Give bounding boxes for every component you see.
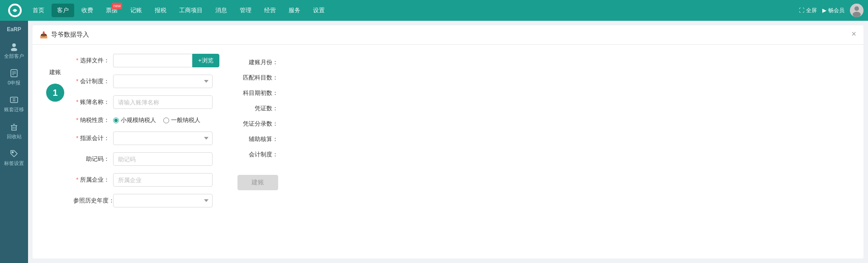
nav-item-tax[interactable]: 报税 xyxy=(149,4,172,17)
initial-amount-row: 科目期初数： xyxy=(237,89,328,97)
nav-item-operation[interactable]: 经营 xyxy=(259,4,281,17)
earp-logo-text: EaRP xyxy=(7,24,21,34)
voucher-entries-label: 凭证分录数： xyxy=(237,120,278,128)
accounting-system-select[interactable] xyxy=(113,75,213,88)
tax-type-row: 纳税性质： 小规模纳税人 一般纳税人 xyxy=(73,116,219,124)
right-accounting-system-row: 会计制度： xyxy=(237,150,328,159)
initial-amount-label: 科目期初数： xyxy=(237,89,278,97)
history-year-select[interactable] xyxy=(113,194,213,207)
sidebar-label-recycle: 回收站 xyxy=(7,134,22,140)
radio-small-tax-label: 小规模纳税人 xyxy=(121,116,156,124)
auxiliary-label: 辅助核算： xyxy=(237,135,278,143)
tag-icon xyxy=(9,149,19,159)
build-month-row: 建账月份： xyxy=(237,58,328,66)
form-right: 建账月份： 匹配科目数： 科目期初数： 凭证数： xyxy=(237,54,328,207)
browse-button[interactable]: +浏览 xyxy=(192,54,219,67)
sidebar-item-all-clients[interactable]: 全部客户 xyxy=(0,38,28,63)
company-input[interactable] xyxy=(113,173,213,187)
sidebar: EaRP 全部客户 0申报 xyxy=(0,21,28,263)
right-accounting-system-label: 会计制度： xyxy=(237,150,278,159)
sidebar-item-recycle[interactable]: 回收站 xyxy=(0,118,28,143)
nav-menu: 首页 客户 收费 票据 new 记账 报税 工商项目 消息 管理 经营 服务 设… xyxy=(27,4,799,17)
top-navigation: 首页 客户 收费 票据 new 记账 报税 工商项目 消息 管理 经营 服务 设… xyxy=(0,0,868,21)
sidebar-item-migrate[interactable]: 账套迁移 xyxy=(0,91,28,116)
migrate-icon xyxy=(9,95,19,105)
svg-point-5 xyxy=(11,48,17,51)
fullscreen-icon: ⛶ xyxy=(799,7,804,14)
nav-item-settings[interactable]: 设置 xyxy=(308,4,330,17)
sidebar-label-migrate: 账套迁移 xyxy=(4,107,24,113)
logo-icon xyxy=(8,4,22,17)
accountant-label: 指派会计： xyxy=(73,134,109,142)
nav-item-message[interactable]: 消息 xyxy=(210,4,232,17)
member-label: 畅会员 xyxy=(828,7,844,14)
history-year-label: 参照历史年度： xyxy=(73,197,109,205)
sidebar-label-tag: 标签设置 xyxy=(4,160,24,166)
file-row: 选择文件： +浏览 xyxy=(73,54,219,67)
panel-header-icon: 📥 xyxy=(40,31,47,38)
radio-general-tax-input[interactable] xyxy=(163,117,169,123)
radio-small-tax-input[interactable] xyxy=(113,117,119,123)
svg-point-2 xyxy=(854,6,859,11)
app-logo xyxy=(5,0,25,21)
nav-item-service[interactable]: 服务 xyxy=(283,4,306,17)
nav-item-customer[interactable]: 客户 xyxy=(52,4,74,17)
recycle-icon xyxy=(9,122,19,132)
voucher-label: 凭证数： xyxy=(237,104,278,113)
nav-right: ⛶ 全屏 ▶ 畅会员 xyxy=(799,4,863,17)
form-container: 建账 1 选择文件： +浏览 xyxy=(33,45,863,216)
file-input-group: +浏览 xyxy=(113,54,219,67)
form-left: 建账 1 选择文件： +浏览 xyxy=(46,54,219,207)
create-account-button[interactable]: 建账 xyxy=(237,175,278,190)
step-badge: 1 xyxy=(46,84,64,102)
new-badge: new xyxy=(112,3,122,9)
file-label: 选择文件： xyxy=(73,56,109,65)
accountant-row: 指派会计： xyxy=(73,132,219,145)
nav-item-billing[interactable]: 收费 xyxy=(76,4,99,17)
auxiliary-row: 辅助核算： xyxy=(237,135,328,143)
panel-header: 📥 导爷数据导入 xyxy=(33,25,863,45)
tax-radio-group: 小规模纳税人 一般纳税人 xyxy=(113,116,200,124)
main-layout: EaRP 全部客户 0申报 xyxy=(0,21,868,263)
member-button[interactable]: ▶ 畅会员 xyxy=(822,7,844,14)
match-subjects-row: 匹配科目数： xyxy=(237,74,328,82)
history-year-row: 参照历史年度： xyxy=(73,194,219,207)
all-clients-icon xyxy=(9,42,19,52)
member-icon: ▶ xyxy=(822,7,826,14)
radio-small-tax[interactable]: 小规模纳税人 xyxy=(113,116,156,124)
declare-icon xyxy=(9,68,19,78)
memo-input[interactable] xyxy=(113,152,213,166)
user-avatar[interactable] xyxy=(850,4,863,17)
nav-item-accounting[interactable]: 记账 xyxy=(125,4,147,17)
ledger-name-row: 账簿名称： xyxy=(73,95,219,109)
sidebar-item-tag[interactable]: 标签设置 xyxy=(0,145,28,170)
file-text-input[interactable] xyxy=(113,54,192,67)
accounting-system-row: 会计制度： xyxy=(73,75,219,88)
voucher-entries-row: 凭证分录数： xyxy=(237,120,328,128)
svg-point-4 xyxy=(12,43,16,47)
ledger-name-label: 账簿名称： xyxy=(73,98,109,106)
company-row: 所属企业： xyxy=(73,173,219,187)
step-label: 建账 xyxy=(49,68,61,76)
radio-general-tax[interactable]: 一般纳税人 xyxy=(163,116,200,124)
nav-item-manage[interactable]: 管理 xyxy=(234,4,257,17)
accountant-select[interactable] xyxy=(113,132,213,145)
main-panel: 📥 导爷数据导入 × 建账 1 选择文件： xyxy=(33,25,863,258)
svg-rect-10 xyxy=(10,97,18,103)
sidebar-item-declare[interactable]: 0申报 xyxy=(0,65,28,89)
nav-item-business[interactable]: 工商项目 xyxy=(174,4,208,17)
nav-item-invoice[interactable]: 票据 new xyxy=(100,4,123,17)
content-area: 📥 导爷数据导入 × 建账 1 选择文件： xyxy=(28,21,868,263)
radio-general-tax-label: 一般纳税人 xyxy=(171,116,200,124)
build-month-label: 建账月份： xyxy=(237,58,278,66)
svg-point-17 xyxy=(12,151,14,153)
panel-close-button[interactable]: × xyxy=(851,30,856,38)
company-label: 所属企业： xyxy=(73,176,109,184)
ledger-name-input[interactable] xyxy=(113,95,213,109)
memo-row: 助记码： xyxy=(73,152,219,166)
accounting-system-label: 会计制度： xyxy=(73,77,109,85)
sidebar-label-declare: 0申报 xyxy=(8,80,20,86)
panel-title: 导爷数据导入 xyxy=(51,31,89,39)
fullscreen-button[interactable]: ⛶ 全屏 xyxy=(799,7,817,14)
nav-item-home[interactable]: 首页 xyxy=(27,4,50,17)
